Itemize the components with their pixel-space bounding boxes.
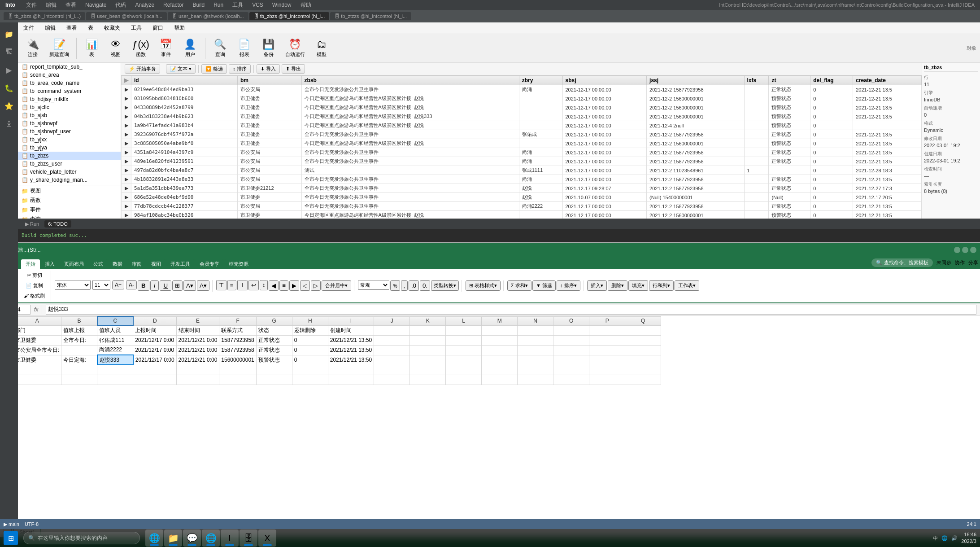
nav-btn-view[interactable]: 👁 视图 xyxy=(105,37,127,60)
excel-share-btn[interactable]: 分享 xyxy=(968,259,978,266)
nav-btn-table[interactable]: 📊 表 xyxy=(80,37,103,60)
cell-D6[interactable] xyxy=(133,375,176,385)
btn-decimal-increase[interactable]: .0 xyxy=(409,280,419,291)
ide-menu-refactor[interactable]: Refactor xyxy=(161,1,185,9)
db-tree-item-report[interactable]: 📋 report_template_sub_ xyxy=(18,63,121,71)
formula-input[interactable] xyxy=(46,305,976,315)
data-table-container[interactable]: ▶ id bm zbsb zbry sbsj jssj lxfs zt del_… xyxy=(121,75,922,220)
cell-zbry[interactable]: 张成1111 xyxy=(519,166,562,175)
cell-zt[interactable]: 正常状态 xyxy=(769,157,810,166)
cell-jssj[interactable]: 2021-12-2 15600000001 xyxy=(647,139,744,148)
cell-jssj[interactable]: 2021-12-2 15877923958 xyxy=(647,157,744,166)
cell-M6[interactable] xyxy=(482,375,518,385)
cell-id[interactable]: 686e52e48de04ebf9d90 xyxy=(131,193,238,202)
cell-id[interactable]: 77db78cdccb44c228377 xyxy=(131,202,238,211)
cell-zbry[interactable]: 尚涌 xyxy=(519,148,562,157)
cell-lxfs[interactable] xyxy=(744,175,769,184)
cell-sbsj[interactable]: 2021-12-17 00:00:00 xyxy=(562,103,647,112)
font-size-select[interactable]: 11 xyxy=(92,280,110,290)
cell-B2[interactable]: 全市今日: xyxy=(61,335,97,345)
cell-jssj[interactable]: 2021-12-4 2null xyxy=(647,121,744,130)
btn-italic[interactable]: I xyxy=(150,280,159,291)
excel-tab-formula[interactable]: 公式 xyxy=(89,259,108,269)
cell-C4-selected[interactable]: 赵悦333 xyxy=(97,355,133,365)
taskbar-search[interactable]: 🔍 在这里输入你想要搜索的内容 xyxy=(23,532,140,544)
cell-A6[interactable] xyxy=(13,375,61,385)
cell-lxfs[interactable] xyxy=(744,184,769,193)
cell-M3[interactable] xyxy=(482,345,518,355)
btn-decimal-decrease[interactable]: 0. xyxy=(420,280,430,291)
cell-C2[interactable]: 张佑成111 xyxy=(97,335,133,345)
ide-tab-4[interactable]: 🗄 tb_ztzzs @hl_intcontrol (hl_l... xyxy=(330,12,411,20)
cell-J3[interactable] xyxy=(374,345,410,355)
cell-id[interactable]: 392369076dbf457f972a xyxy=(131,130,238,139)
nav-btn-newquery[interactable]: 📝 新建查询 xyxy=(46,37,73,60)
cell-jssj[interactable]: 2021-12-2 15877923958 xyxy=(647,175,744,184)
cell-zbry[interactable]: 尚涌 xyxy=(519,175,562,184)
db-tree-item-yjxx[interactable]: 📋 tb_yjxx xyxy=(18,136,121,144)
cell-B1[interactable]: 值班上报 xyxy=(61,325,97,335)
excel-search-box[interactable]: 🔍 查找命令、搜索模板 xyxy=(871,258,933,267)
cell-bm[interactable]: 市卫健委21212 xyxy=(237,184,301,193)
cell-jssj[interactable]: 2021-12-2 15877923958 xyxy=(647,184,744,193)
cell-zbsb[interactable]: 全市今日无突发涉旅公共卫生事件 xyxy=(301,157,519,166)
cell-zt[interactable]: 预警状态 xyxy=(769,94,810,103)
nav-menu-table[interactable]: 表 xyxy=(86,23,95,33)
nav-menu-tools[interactable]: 工具 xyxy=(129,23,144,33)
cell-B3[interactable] xyxy=(61,345,97,355)
cell-lxfs[interactable] xyxy=(744,130,769,139)
cell-I5[interactable] xyxy=(328,365,374,375)
cell-jssj[interactable]: 2021-12-2 15600000001 xyxy=(647,112,744,121)
cell-zbry[interactable] xyxy=(519,121,562,130)
btn-thousands[interactable]: , xyxy=(401,280,408,291)
cell-zt[interactable]: 正常状态 xyxy=(769,202,810,211)
cell-bm[interactable]: 市卫健委 xyxy=(237,130,301,139)
ide-status-git[interactable]: ▶ main xyxy=(4,521,19,527)
cell-bm[interactable]: 市卫健委 xyxy=(237,193,301,202)
btn-align-right[interactable]: ▶ xyxy=(289,280,299,291)
cell-O2[interactable] xyxy=(553,335,589,345)
cell-zbry[interactable] xyxy=(519,112,562,121)
cell-zbsb[interactable]: 全市今日无突发涉旅公共卫生事件 xyxy=(301,202,519,211)
cell-M5[interactable] xyxy=(482,365,518,375)
cell-create-date[interactable] xyxy=(853,121,922,130)
db-tree-item-areacode[interactable]: 📋 tb_area_code_name xyxy=(18,79,121,87)
grid-btn-text[interactable]: 📝 文本 ▾ xyxy=(166,64,196,74)
cell-jssj[interactable]: (Null) 15400000001 xyxy=(647,193,744,202)
nav-btn-function[interactable]: ƒ(x) 函数 xyxy=(129,37,153,60)
cell-N1[interactable] xyxy=(518,325,553,335)
cell-sbsj[interactable]: 2021-12-17 00:00:00 xyxy=(562,139,647,148)
btn-wrap-text[interactable]: ↩ xyxy=(248,280,259,290)
grid-btn-sort[interactable]: ↕ 排序 xyxy=(229,64,251,74)
cell-E1[interactable]: 结束时间 xyxy=(176,325,219,335)
nav-menu-help[interactable]: 帮助 xyxy=(172,23,187,33)
nav-btn-event[interactable]: 📅 事件 xyxy=(155,37,177,60)
btn-indent-dec[interactable]: ◁ xyxy=(300,280,310,291)
col-header-J[interactable]: J xyxy=(374,316,410,325)
cell-zbsb[interactable]: 全市今日无突发涉旅公共卫生事件 xyxy=(301,184,519,193)
cell-A3[interactable]: 市公安局全市今日: xyxy=(13,345,61,355)
ide-menu-help[interactable]: 帮助 xyxy=(299,0,313,10)
cell-zbsb[interactable]: 今日定海区重点旅游岛屿和经营性A级景区累计接: 赵悦333 xyxy=(301,112,519,121)
cell-L3[interactable] xyxy=(446,345,482,355)
cell-lxfs[interactable] xyxy=(744,103,769,112)
ide-tab-3[interactable]: 🗄 tb_zbzs @hl_intcontrol (hl_l... xyxy=(249,12,330,20)
cell-M4[interactable] xyxy=(482,355,518,365)
excel-close-btn[interactable] xyxy=(970,247,976,253)
cell-H1[interactable]: 逻辑删除 xyxy=(292,325,328,335)
cell-create-date[interactable]: 2021-12-17 20:5 xyxy=(853,193,922,202)
cell-O3[interactable] xyxy=(553,345,589,355)
db-tree-item-hdjisy[interactable]: 📋 tb_hdjisy_mtklfx xyxy=(18,95,121,103)
cell-jssj[interactable]: 2021-12-2 15600000001 xyxy=(647,103,744,112)
cell-F1[interactable]: 联系方式 xyxy=(219,325,256,335)
cell-del-flag[interactable]: 0 xyxy=(810,112,853,121)
cell-jssj[interactable]: 2021-12-2 15877923958 xyxy=(647,148,744,157)
col-id[interactable]: id xyxy=(131,76,238,85)
nav-menu-view[interactable]: 查看 xyxy=(65,23,79,33)
cell-O1[interactable] xyxy=(553,325,589,335)
cell-id[interactable]: 031095bbd8034810b600 xyxy=(131,94,238,103)
cell-id[interactable]: 4b18832891e2443a8e33 xyxy=(131,175,238,184)
btn-indent-inc[interactable]: ▷ xyxy=(311,280,321,291)
cell-G5[interactable] xyxy=(256,365,292,375)
cell-K2[interactable] xyxy=(410,335,446,345)
